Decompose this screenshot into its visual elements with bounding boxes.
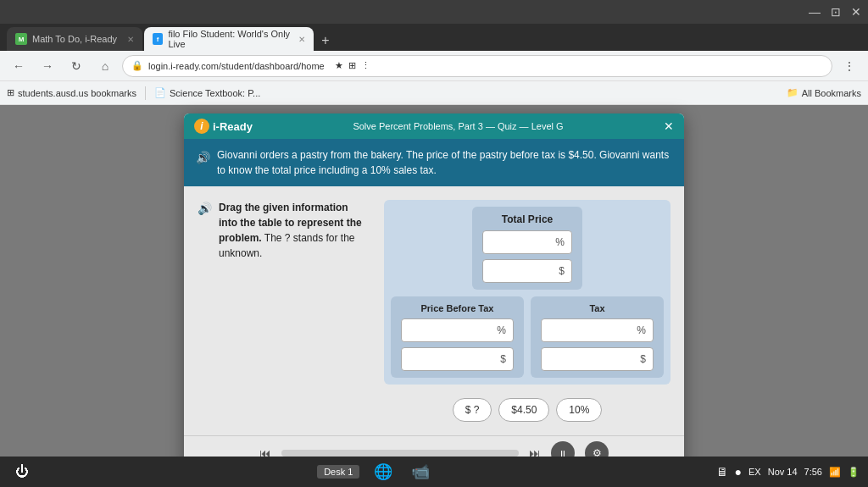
total-price-percent-input[interactable]: % xyxy=(482,230,572,254)
bookmark-students-label: students.ausd.us bookmarks xyxy=(18,88,136,98)
instructions-panel: 🔊 Drag the given information into the ta… xyxy=(198,200,367,422)
bookmark-grid-icon: ⊞ xyxy=(7,87,14,98)
instructions-speaker-icon[interactable]: 🔊 xyxy=(198,200,212,218)
bookmark-science[interactable]: 📄 Science Textbook: P... xyxy=(154,87,260,98)
forward-button[interactable]: → xyxy=(36,54,59,78)
new-tab-button[interactable]: + xyxy=(315,30,336,51)
price-before-tax-dollar-label: $ xyxy=(500,353,506,365)
taskbar-center: Desk 1 🌐 📹 xyxy=(317,458,434,485)
price-before-tax-header: Price Before Tax xyxy=(401,303,514,313)
close-window-button[interactable]: ✕ xyxy=(851,5,861,19)
tab-favicon-math: M xyxy=(15,33,27,45)
price-before-tax-percent-input[interactable]: % xyxy=(401,318,514,342)
modal-question-area: 🔊 Giovanni orders a pastry from the bake… xyxy=(184,139,684,186)
tax-dollar-input[interactable]: $ xyxy=(541,347,654,371)
extension-icon[interactable]: ⊞ xyxy=(348,60,356,71)
taskbar-wifi-icon: 📶 xyxy=(829,467,841,478)
tab-math-todo[interactable]: M Math To Do, i-Ready ✕ xyxy=(7,27,142,51)
percent-table: Total Price % $ Price Before Tax xyxy=(384,200,670,385)
drag-item-percent[interactable]: 10% xyxy=(556,398,602,422)
modal-quiz-title: Solve Percent Problems, Part 3 — Quiz — … xyxy=(353,121,563,131)
sub-sections-row: Price Before Tax % $ Tax % xyxy=(391,296,664,378)
desk-label: Desk 1 xyxy=(317,465,359,479)
more-options-button[interactable]: ⋮ xyxy=(837,54,861,78)
folder-icon: 📁 xyxy=(787,87,798,98)
bookmark-separator xyxy=(145,86,146,100)
tax-dollar-label: $ xyxy=(640,353,646,365)
tab-label-filo: filo Filo Student: World's Only Live xyxy=(168,29,293,49)
taskbar-battery-icon: 🔋 xyxy=(848,467,860,478)
taskbar-time: 7:56 xyxy=(804,467,822,477)
window-controls: — ⊡ ✕ xyxy=(809,5,861,19)
tab-favicon-filo: f xyxy=(153,33,163,45)
back-button[interactable]: ← xyxy=(7,54,31,78)
taskbar-screen-icon[interactable]: 🖥 xyxy=(716,465,728,479)
iready-logo-icon: i xyxy=(194,119,209,134)
total-price-row: Total Price % $ xyxy=(391,207,664,290)
tab-bar: M Math To Do, i-Ready ✕ f filo Filo Stud… xyxy=(0,24,868,51)
tax-percent-label: % xyxy=(637,324,646,336)
drag-item-question[interactable]: $ ? xyxy=(453,398,492,422)
tab-filo[interactable]: f filo Filo Student: World's Only Live ✕ xyxy=(144,27,314,51)
progress-track xyxy=(281,450,519,457)
modal-close-button[interactable]: ✕ xyxy=(664,119,674,133)
tab-close-math[interactable]: ✕ xyxy=(127,35,134,44)
taskbar-chrome-icon[interactable]: 🌐 xyxy=(370,458,397,485)
modal-window: i i-Ready Solve Percent Problems, Part 3… xyxy=(184,113,684,470)
table-area: Total Price % $ Price Before Tax xyxy=(384,200,670,422)
taskbar-circle-icon[interactable]: ● xyxy=(735,465,742,479)
total-price-section: Total Price % $ xyxy=(472,207,582,290)
address-bar-icons: ★ ⊞ ⋮ xyxy=(335,60,370,71)
tab-label-math: Math To Do, i-Ready xyxy=(32,34,117,44)
bookmarks-bar: ⊞ students.ausd.us bookmarks 📄 Science T… xyxy=(0,81,868,105)
modal-body: 🔊 Drag the given information into the ta… xyxy=(184,186,684,435)
total-price-header: Total Price xyxy=(482,213,572,225)
taskbar-power-icon[interactable]: ⏻ xyxy=(8,458,36,485)
total-price-dollar-label: $ xyxy=(559,265,565,277)
instructions-content: Drag the given information into the tabl… xyxy=(219,200,367,261)
title-bar: — ⊡ ✕ xyxy=(0,0,868,24)
bookmark-science-label: Science Textbook: P... xyxy=(170,88,260,98)
iready-logo: i i-Ready xyxy=(194,119,253,134)
maximize-button[interactable]: ⊡ xyxy=(831,5,841,19)
question-text: Giovanni orders a pastry from the bakery… xyxy=(217,147,672,178)
price-before-tax-section: Price Before Tax % $ xyxy=(391,296,524,378)
drag-item-price[interactable]: $4.50 xyxy=(498,398,549,422)
tax-section: Tax % $ xyxy=(531,296,664,378)
taskbar-date: Nov 14 xyxy=(768,467,798,477)
tax-percent-input[interactable]: % xyxy=(541,318,654,342)
modal-header: i i-Ready Solve Percent Problems, Part 3… xyxy=(184,113,684,139)
tab-close-filo[interactable]: ✕ xyxy=(298,35,305,44)
modal-title-area: i i-Ready xyxy=(194,119,253,134)
taskbar-left: ⏻ xyxy=(8,458,36,485)
price-before-tax-dollar-input[interactable]: $ xyxy=(401,347,514,371)
tax-header: Tax xyxy=(541,303,654,313)
speaker-icon[interactable]: 🔊 xyxy=(196,149,210,167)
bookmark-students[interactable]: ⊞ students.ausd.us bookmarks xyxy=(7,87,136,98)
address-bar[interactable]: 🔒 login.i-ready.com/student/dashboard/ho… xyxy=(122,55,832,77)
taskbar-right: 🖥 ● EX Nov 14 7:56 📶 🔋 xyxy=(716,465,860,479)
all-bookmarks[interactable]: 📁 All Bookmarks xyxy=(787,87,861,98)
address-text: login.i-ready.com/student/dashboard/home xyxy=(148,61,325,71)
lock-icon: 🔒 xyxy=(131,60,143,71)
all-bookmarks-label: All Bookmarks xyxy=(802,88,861,98)
taskbar-ex-label: EX xyxy=(748,467,761,477)
total-price-dollar-input[interactable]: $ xyxy=(482,259,572,283)
bookmark-science-icon: 📄 xyxy=(154,87,166,98)
taskbar: ⏻ Desk 1 🌐 📹 🖥 ● EX Nov 14 7:56 📶 🔋 xyxy=(0,457,868,487)
browser-chrome: — ⊡ ✕ M Math To Do, i-Ready ✕ f filo Fil… xyxy=(0,0,868,105)
more-icon[interactable]: ⋮ xyxy=(361,60,370,71)
page-content: i i-Ready Solve Percent Problems, Part 3… xyxy=(0,105,868,457)
taskbar-meet-icon[interactable]: 📹 xyxy=(407,458,434,485)
total-price-percent-label: % xyxy=(555,236,565,248)
refresh-button[interactable]: ↻ xyxy=(64,54,88,78)
instructions-text: 🔊 Drag the given information into the ta… xyxy=(198,200,367,261)
minimize-button[interactable]: — xyxy=(809,5,821,19)
price-before-tax-percent-label: % xyxy=(497,324,506,336)
nav-bar: ← → ↻ ⌂ 🔒 login.i-ready.com/student/dash… xyxy=(0,51,868,81)
star-icon[interactable]: ★ xyxy=(335,60,343,71)
drag-items-row: $ ? $4.50 10% xyxy=(384,398,670,422)
home-button[interactable]: ⌂ xyxy=(93,54,117,78)
iready-brand: i-Ready xyxy=(213,120,253,133)
